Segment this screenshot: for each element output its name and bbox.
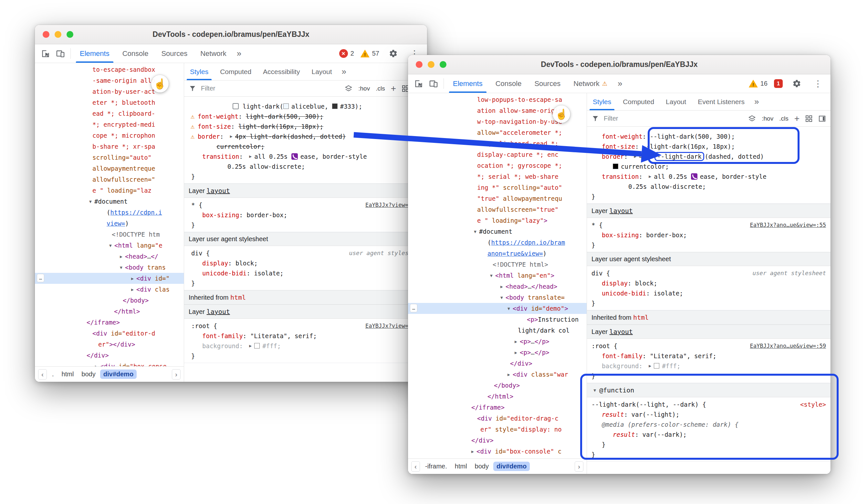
dom-tree-row[interactable]: ▶<head>…</head> (408, 281, 587, 292)
breadcrumb-item[interactable]: . (49, 370, 57, 379)
styles-filter-input[interactable]: Filter (201, 85, 215, 92)
style-declaration-row[interactable]: box-sizing: border-box; (587, 230, 830, 240)
dom-tree-row[interactable]: e " loading="laz (35, 185, 184, 196)
tab-computed[interactable]: Computed (214, 63, 257, 80)
layers-icon[interactable] (345, 85, 352, 92)
style-declaration-row[interactable]: unicode-bidi: isolate; (184, 268, 427, 278)
style-declaration-row[interactable]: currentcolor; (587, 161, 830, 171)
dom-tree-row[interactable]: </body> (408, 380, 587, 391)
style-declaration-row[interactable]: * {EaYBJJx?view= (184, 200, 427, 210)
device-toolbar-icon[interactable] (426, 74, 441, 93)
tab-layout[interactable]: Layout (660, 93, 692, 110)
style-declaration-row[interactable]: unicode-bidi: isolate; (587, 288, 830, 298)
dom-tree-row[interactable]: scrolling="auto" (35, 152, 184, 163)
style-declaration-row[interactable]: currentcolor; (184, 141, 427, 151)
style-declaration-row[interactable]: 0.25s allow-discrete; (587, 181, 830, 191)
dom-tree-row[interactable]: </div> (35, 350, 184, 361)
breadcrumb-item[interactable]: body (472, 462, 492, 471)
layer-link[interactable]: layout (610, 328, 633, 335)
dom-tree-row[interactable]: light/dark col (408, 325, 587, 336)
dom-tree-row[interactable]: </html> (408, 391, 587, 402)
style-declaration-row[interactable]: } (184, 171, 427, 181)
dom-tree-row[interactable]: "true" allowpaymentrequ (408, 193, 587, 204)
dom-tree-row[interactable]: ead *; clipboard- (35, 108, 184, 119)
source-link[interactable]: EaYBJJx?view= (365, 323, 408, 329)
source-link[interactable]: EaYBJJx?view= (365, 202, 408, 208)
toggle-element-state-button[interactable]: :hov (762, 115, 773, 122)
more-sidebar-tabs-button[interactable]: » (751, 93, 763, 110)
dom-tree-row[interactable]: cope *; microphon (35, 130, 184, 141)
dom-tree-row[interactable]: (https://cdpn.io/bram (408, 237, 587, 248)
grid-icon[interactable] (805, 115, 813, 122)
zoom-button[interactable] (66, 31, 73, 38)
inspect-element-icon[interactable] (38, 44, 53, 63)
dom-tree-row[interactable]: *; serial *; web-share (408, 171, 587, 182)
breadcrumb-item[interactable]: -iframe. (422, 462, 450, 471)
kebab-menu-icon[interactable]: ⋮ (810, 79, 825, 89)
style-declaration-row[interactable]: font-weight: --light-dark(500, 300); (587, 131, 830, 141)
tab-network[interactable]: Network⚠ (567, 74, 614, 93)
more-panels-button[interactable]: » (614, 74, 626, 93)
style-declaration-row[interactable]: 0.25s allow-discrete; (184, 161, 427, 171)
settings-gear-icon[interactable] (386, 49, 401, 58)
console-errors-badge[interactable]: ✕ 2 (339, 49, 354, 58)
dom-tree-row[interactable]: …▶<div id=" (35, 273, 184, 284)
dom-tree-row[interactable]: display-capture *; enc (408, 149, 587, 160)
style-declaration-row[interactable]: } (587, 298, 830, 308)
breadcrumb-prev-icon[interactable]: ‹ (411, 461, 420, 472)
layer-link[interactable]: layout (610, 207, 633, 215)
dom-tree-row[interactable]: ▶<div id="box-console" c (408, 446, 587, 457)
console-warnings-badge[interactable]: ! 16 (749, 80, 767, 88)
breadcrumb-item-selected[interactable]: div#demo (493, 462, 530, 471)
minimize-button[interactable] (54, 31, 61, 38)
dom-tree-row[interactable]: <!DOCTYPE html> (408, 259, 587, 270)
source-link[interactable]: anon=true&view= (487, 250, 543, 257)
dom-tree-row[interactable]: view=) (35, 218, 184, 229)
more-panels-button[interactable]: » (233, 44, 245, 63)
dom-tree-row[interactable]: ▶<div class="war (408, 369, 587, 380)
dom-tree-row[interactable]: allow="accelerometer *; (408, 127, 587, 138)
style-declaration-row[interactable]: } (587, 240, 830, 250)
new-style-rule-button[interactable]: + (391, 84, 396, 93)
tab-elements[interactable]: Elements (446, 74, 489, 93)
style-declaration-row[interactable]: display: block; (587, 278, 830, 288)
style-declaration-row[interactable]: box-sizing: border-box; (184, 210, 427, 220)
dom-tree-row[interactable]: <p>Instruction (408, 314, 587, 325)
inline-more-button[interactable]: … (37, 274, 44, 282)
dom-tree-row[interactable]: to-escape-sandbox (35, 64, 184, 75)
dom-tree-row[interactable]: ing *" scrolling="auto" (408, 182, 587, 193)
style-declaration-row[interactable]: } (587, 191, 830, 201)
dom-tree-row[interactable]: allowfullscreen="true" (408, 204, 587, 215)
tab-computed[interactable]: Computed (617, 93, 660, 110)
dom-tree-row[interactable]: e " loading="lazy"> (408, 215, 587, 226)
dom-tree-row[interactable]: ▼<body translate= (408, 292, 587, 303)
dom-tree-row[interactable]: </body> (35, 295, 184, 306)
style-declaration-row[interactable]: } (184, 220, 427, 230)
inspect-element-icon[interactable] (411, 74, 426, 93)
breadcrumb-prev-icon[interactable]: ‹ (38, 369, 47, 380)
style-declaration-row[interactable]: div {user agent stylesheet (587, 268, 830, 278)
style-declaration-row[interactable]: background: ▶#fff; (184, 341, 427, 351)
style-declaration-row[interactable]: } (184, 351, 427, 361)
new-style-rule-button[interactable]: + (794, 114, 799, 123)
source-link[interactable]: view= (106, 220, 125, 227)
dom-tree-row[interactable]: allowpaymentreque (35, 163, 184, 174)
dom-tree-row[interactable]: eter *; bluetooth (35, 97, 184, 108)
titlebar[interactable]: DevTools - codepen.io/bramus/pen/EaYBJJx (408, 55, 830, 74)
style-declaration-row[interactable]: background: ▶#fff; (587, 361, 830, 371)
dom-tree-row[interactable]: <div id="editor-drag-c (408, 413, 587, 424)
tab-network[interactable]: Network (194, 44, 233, 63)
style-declaration-row[interactable]: font-family: "Literata", serif; (184, 331, 427, 341)
style-declaration-row[interactable]: :root {EaYBJJx?view= (184, 321, 427, 331)
dom-tree-row[interactable]: b-share *; xr-spa (35, 141, 184, 152)
tab-sources[interactable]: Sources (528, 74, 567, 93)
dom-tree-row[interactable]: low-popups-to-escape-sa (408, 94, 587, 105)
dock-panel-icon[interactable] (818, 115, 826, 122)
issues-badge[interactable]: 1 (774, 79, 783, 88)
console-warnings-badge[interactable]: ! 57 (361, 50, 379, 58)
dom-tree-row[interactable]: ▼<html lang="en"> (408, 270, 587, 281)
zoom-button[interactable] (440, 61, 446, 68)
style-declaration-row[interactable]: ⚠font-size: light-dark(16px, 18px); (184, 121, 427, 131)
tab-sources[interactable]: Sources (155, 44, 194, 63)
style-declaration-row[interactable]: font-family: "Literata", serif; (587, 351, 830, 361)
